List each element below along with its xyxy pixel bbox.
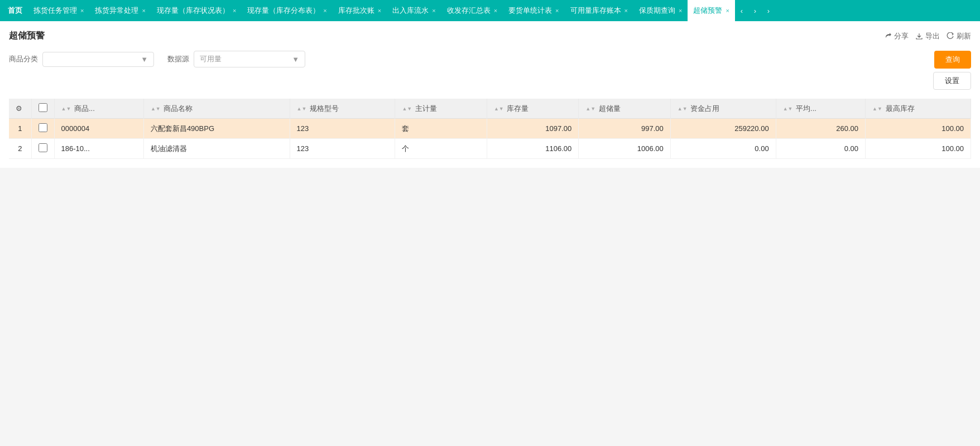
close-icon[interactable]: × [679,7,682,14]
nav-item-stock-dist[interactable]: 现存量（库存分布表） × [242,0,332,21]
capital-occupied-cell: 0.00 [670,139,776,159]
avg-cost-header: ▲▼ 平均... [776,99,865,119]
nav-item-home[interactable]: 首页 [2,0,28,21]
stock-cell: 1106.00 [487,139,578,159]
row-checkbox-cell [31,119,54,139]
capital-occupied-cell: 259220.00 [670,119,776,139]
nav-item-quality-query[interactable]: 保质期查询 × [633,0,688,21]
export-icon [915,32,923,40]
product-code-cell: 0000004 [54,119,143,139]
query-button[interactable]: 查询 [934,51,971,69]
max-stock-cell: 100.00 [866,119,971,139]
close-icon[interactable]: × [142,7,145,14]
close-icon[interactable]: × [432,7,435,14]
nav-item-stock-status[interactable]: 现存量（库存状况表） × [151,0,242,21]
data-source-filter: 数据源 可用量 ▼ [167,51,305,67]
overstock-table: ⚙ ▲▼ 商品... ▲▼ 商品名称 ▲▼ 规格型号 ▲▼ [9,99,971,159]
share-icon [884,32,892,40]
refresh-icon [947,32,954,40]
capital-occupied-header: ▲▼ 资金占用 [670,99,776,119]
nav-item-abnormal[interactable]: 拣货异常处理 × [89,0,151,21]
nav-expand-arrow[interactable]: › [762,0,775,21]
nav-item-receipt-summary[interactable]: 收发存汇总表 × [441,0,503,21]
top-navigation: 首页 拣货任务管理 × 拣货异常处理 × 现存量（库存状况表） × 现存量（库存… [0,0,980,21]
overstock-cell: 997.00 [579,119,670,139]
overstock-cell: 1006.00 [579,139,670,159]
max-stock-header: ▲▼ 最高库存 [866,99,971,119]
nav-item-order-stats[interactable]: 要货单统计表 × [503,0,564,21]
sort-icon: ▲▼ [61,106,71,112]
close-icon[interactable]: × [555,7,559,14]
chevron-down-icon: ▼ [141,55,148,64]
close-icon[interactable]: × [378,7,381,14]
sort-icon: ▲▼ [297,106,307,112]
row-checkbox-cell [31,139,54,159]
row-number: 1 [9,119,31,139]
settings-button[interactable]: 设置 [933,72,971,90]
close-icon[interactable]: × [323,7,326,14]
page-header: 超储预警 分享 导出 刷新 [9,30,971,42]
data-source-select[interactable]: 可用量 ▼ [194,51,305,67]
export-button[interactable]: 导出 [915,31,940,41]
chevron-down-icon: ▼ [292,55,299,64]
nav-next-arrow[interactable]: › [748,0,762,21]
product-name-cell: 机油滤清器 [143,139,290,159]
spec-header: ▲▼ 规格型号 [290,99,395,119]
product-category-label: 商品分类 [9,54,38,64]
close-icon[interactable]: × [624,7,628,14]
spec-cell: 123 [290,139,395,159]
sort-icon: ▲▼ [872,106,882,112]
unit-cell: 套 [395,119,487,139]
share-button[interactable]: 分享 [884,31,909,41]
product-name-cell: 六配套新昌490BPG [143,119,290,139]
checkbox-column-header [31,99,54,119]
data-source-label: 数据源 [167,54,189,64]
page-actions: 分享 导出 刷新 [884,31,971,41]
sort-icon: ▲▼ [585,106,595,112]
product-category-select[interactable]: ▼ [42,52,154,67]
table-row: 1 0000004 六配套新昌490BPG 123 套 1097.00 997.… [9,119,971,139]
stock-cell: 1097.00 [487,119,578,139]
sort-icon: ▲▼ [151,106,161,112]
product-category-filter: 商品分类 ▼ [9,52,154,67]
sort-icon: ▲▼ [678,106,688,112]
page-container: 超储预警 分享 导出 刷新 商品分类 ▼ [0,21,980,168]
gear-column-header: ⚙ [9,99,31,119]
row-checkbox[interactable] [39,123,47,132]
stock-header: ▲▼ 库存量 [487,99,578,119]
nav-item-overstock-warning[interactable]: 超储预警 × [688,0,734,21]
close-icon[interactable]: × [494,7,497,14]
close-icon[interactable]: × [80,7,84,14]
row-checkbox[interactable] [39,143,47,152]
max-stock-cell: 100.00 [866,139,971,159]
filter-buttons: 查询 设置 [933,51,971,90]
sort-icon: ▲▼ [783,106,793,112]
close-icon[interactable]: × [233,7,236,14]
sort-icon: ▲▼ [494,106,504,112]
nav-item-task-mgmt[interactable]: 拣货任务管理 × [28,0,89,21]
overstock-header: ▲▼ 超储量 [579,99,670,119]
nav-item-usable-account[interactable]: 可用量库存账本 × [565,0,633,21]
refresh-button[interactable]: 刷新 [947,31,971,41]
avg-cost-cell: 260.00 [776,119,865,139]
gear-icon[interactable]: ⚙ [16,104,22,113]
spec-cell: 123 [290,119,395,139]
select-all-checkbox[interactable] [39,103,47,112]
nav-prev-arrow[interactable]: ‹ [735,0,748,21]
product-name-header: ▲▼ 商品名称 [143,99,290,119]
sort-icon: ▲▼ [402,106,412,112]
unit-header: ▲▼ 主计量 [395,99,487,119]
avg-cost-cell: 0.00 [776,139,865,159]
nav-item-inout-flow[interactable]: 出入库流水 × [387,0,441,21]
table-header-row: ⚙ ▲▼ 商品... ▲▼ 商品名称 ▲▼ 规格型号 ▲▼ [9,99,971,119]
close-icon[interactable]: × [726,7,729,14]
row-number: 2 [9,139,31,159]
unit-cell: 个 [395,139,487,159]
product-code-header: ▲▼ 商品... [54,99,143,119]
product-code-cell: 186-10... [54,139,143,159]
page-title: 超储预警 [9,30,45,42]
table-row: 2 186-10... 机油滤清器 123 个 1106.00 1006.00 … [9,139,971,159]
nav-item-batch-account[interactable]: 库存批次账 × [333,0,387,21]
